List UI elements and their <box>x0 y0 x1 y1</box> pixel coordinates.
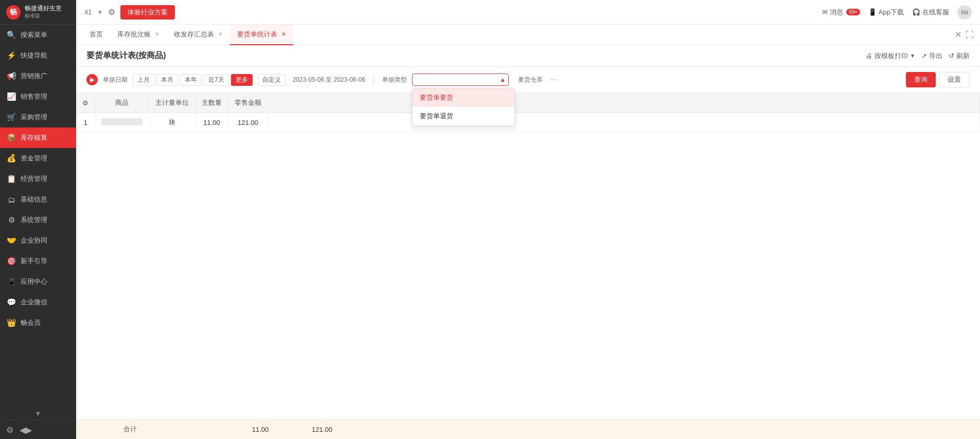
avatar[interactable]: Rit <box>957 5 972 20</box>
tabs-bar: 首页 库存批次账 ✕ 收发存汇总表 ✕ 要货单统计表 ✕ ✕ ⛶ <box>76 25 980 45</box>
appstore-icon: 📱 <box>6 277 16 287</box>
header-settings-icon[interactable]: ⚙ <box>108 7 115 17</box>
wechat-icon: 💬 <box>6 297 16 307</box>
sidebar-item-marketing[interactable]: 📢 营销推广 <box>0 66 76 86</box>
sidebar-item-search[interactable]: 🔍 搜索菜单 <box>0 25 76 45</box>
print-button[interactable]: 🖨 按模板打印 ▼ <box>866 51 915 61</box>
sidebar-item-sales[interactable]: 📈 销售管理 <box>0 86 76 107</box>
header-dropdown-arrow[interactable]: ▼ <box>97 9 103 16</box>
tab-receivables-label: 收发存汇总表 <box>174 30 214 39</box>
tab-inventory-batch-label: 库存批次账 <box>117 30 151 39</box>
cell-product <box>95 113 149 132</box>
filter-actions: 查询 设置 <box>906 72 970 87</box>
tab-receivables-close[interactable]: ✕ <box>218 31 223 38</box>
sidebar-item-label: 畅会员 <box>21 318 41 327</box>
tab-order-stats[interactable]: 要货单统计表 ✕ <box>230 25 293 45</box>
sidebar-item-inventory[interactable]: 📦 库存核算 <box>0 127 76 148</box>
type-select-wrap: ▲ 要货单要货 要货单退货 <box>412 74 509 86</box>
header-left: 41 ▼ ⚙ 体验行业方案 <box>84 5 175 20</box>
page-header: 要货单统计表(按商品) 🖨 按模板打印 ▼ ↗ 导出 ↺ 刷新 <box>76 45 980 67</box>
collapse-icon[interactable]: ◀▶ <box>20 425 32 435</box>
sidebar-item-enterprise[interactable]: 🤝 企业协同 <box>0 230 76 251</box>
app-download-button[interactable]: 📱 App下载 <box>868 8 904 17</box>
refresh-button[interactable]: ↺ 刷新 <box>949 51 970 61</box>
type-label: 单据类型 <box>382 76 407 84</box>
footer-label: 合计 <box>123 425 137 434</box>
app-icon: 📱 <box>868 8 877 16</box>
col-amount: 零售金额 <box>228 93 268 113</box>
page-title: 要货单统计表(按商品) <box>86 50 166 61</box>
sidebar-nav: ⚡ 快捷导航 📢 营销推广 📈 销售管理 🛒 采购管理 📦 库存核算 💰 资金管… <box>0 45 76 406</box>
export-label: 导出 <box>929 51 942 61</box>
tab-order-stats-close[interactable]: ✕ <box>281 31 286 38</box>
date-btn-this-year[interactable]: 本年 <box>180 74 202 86</box>
cell-row-num: 1 <box>76 113 95 132</box>
tabs-expand-button[interactable]: ⛶ <box>966 30 974 40</box>
tabs-close-all-button[interactable]: ✕ <box>955 30 961 40</box>
logo-name: 畅捷通好生意 <box>25 5 62 13</box>
date-btn-more[interactable]: 更多 <box>231 74 253 86</box>
sidebar-item-shortcut[interactable]: ⚡ 快捷导航 <box>0 45 76 66</box>
settings-button[interactable]: 设置 <box>939 72 970 87</box>
sidebar-item-guide[interactable]: 🎯 新手引导 <box>0 251 76 271</box>
refresh-label: 刷新 <box>956 51 970 61</box>
sidebar-item-system[interactable]: ⚙ 系统管理 <box>0 210 76 230</box>
table-header-row: ⚙ 商品 主计量单位 主数量 零售金额 <box>76 93 980 113</box>
sidebar-logo: 畅 畅捷通好生意 标准版 <box>0 0 76 25</box>
col-unit: 主计量单位 <box>149 93 195 113</box>
page-content: 要货单统计表(按商品) 🖨 按模板打印 ▼ ↗ 导出 ↺ 刷新 ▶ <box>76 45 980 439</box>
sidebar-scroll-down[interactable]: ▼ <box>0 406 76 420</box>
service-button[interactable]: 🎧 在线客服 <box>912 8 949 17</box>
sidebar-item-label: 快捷导航 <box>21 51 47 60</box>
date-btn-last-7-days[interactable]: 近7天 <box>204 74 229 86</box>
sidebar-bottom: ⚙ ◀▶ <box>0 420 76 439</box>
tab-receivables[interactable]: 收发存汇总表 ✕ <box>167 25 230 45</box>
sidebar-item-label: 企业协同 <box>21 236 47 245</box>
sidebar-item-member[interactable]: 👑 畅会员 <box>0 313 76 333</box>
header-right: ✉ 消息 99+ 📱 App下载 🎧 在线客服 Rit <box>822 5 972 20</box>
operation-icon: 📋 <box>6 174 16 184</box>
dropdown-item-order-goods[interactable]: 要货单要货 <box>413 88 514 107</box>
sidebar-item-operation[interactable]: 📋 经营管理 <box>0 169 76 189</box>
filter-expand-button[interactable]: ▶ <box>86 74 98 85</box>
message-icon: ✉ <box>822 8 828 16</box>
sidebar-item-label: 营销推广 <box>21 71 47 81</box>
date-btn-this-month[interactable]: 本月 <box>156 74 178 86</box>
tab-inventory-batch[interactable]: 库存批次账 ✕ <box>110 25 167 45</box>
messages-button[interactable]: ✉ 消息 99+ <box>822 8 860 17</box>
search-icon: 🔍 <box>6 30 16 40</box>
col-product: 商品 <box>95 93 149 113</box>
member-icon: 👑 <box>6 318 16 328</box>
sidebar-item-wechat[interactable]: 💬 企业微信 <box>0 292 76 313</box>
sidebar-item-purchase[interactable]: 🛒 采购管理 <box>0 107 76 127</box>
sidebar-item-finance[interactable]: 💰 资金管理 <box>0 148 76 169</box>
messages-badge: 99+ <box>846 9 860 15</box>
table-settings-icon[interactable]: ⚙ <box>82 99 88 107</box>
refresh-icon: ↺ <box>949 52 954 60</box>
enterprise-icon: 🤝 <box>6 235 16 246</box>
export-button[interactable]: ↗ 导出 <box>921 51 942 61</box>
cell-unit: 块 <box>149 113 195 132</box>
warehouse-more-icon[interactable]: ··· <box>550 75 557 84</box>
export-icon: ↗ <box>921 52 927 60</box>
trial-button[interactable]: 体验行业方案 <box>120 5 175 20</box>
sidebar-item-label: 采购管理 <box>21 113 47 122</box>
main-area: 41 ▼ ⚙ 体验行业方案 ✉ 消息 99+ 📱 App下载 🎧 在线客服 Ri… <box>76 0 980 439</box>
date-btn-custom[interactable]: 自定义 <box>258 74 286 86</box>
table-row: 1 块 11.00 121.00 <box>76 113 980 132</box>
sidebar-item-basic[interactable]: 🗂 基础信息 <box>0 189 76 210</box>
print-arrow: ▼ <box>910 53 915 59</box>
tab-inventory-batch-close[interactable]: ✕ <box>155 31 159 38</box>
dropdown-item-label: 要货单要货 <box>420 94 453 101</box>
dropdown-item-order-return[interactable]: 要货单退货 <box>413 107 514 125</box>
sidebar-item-label: 库存核算 <box>21 133 47 142</box>
date-btn-last-month[interactable]: 上月 <box>133 74 154 86</box>
query-button[interactable]: 查询 <box>906 72 936 87</box>
system-icon: ⚙ <box>6 215 16 225</box>
type-select-input[interactable] <box>412 74 509 86</box>
tab-home[interactable]: 首页 <box>82 25 110 45</box>
settings-icon[interactable]: ⚙ <box>6 425 13 435</box>
logo-icon: 畅 <box>6 5 21 20</box>
sidebar-item-appstore[interactable]: 📱 应用中心 <box>0 271 76 292</box>
guide-icon: 🎯 <box>6 256 16 266</box>
